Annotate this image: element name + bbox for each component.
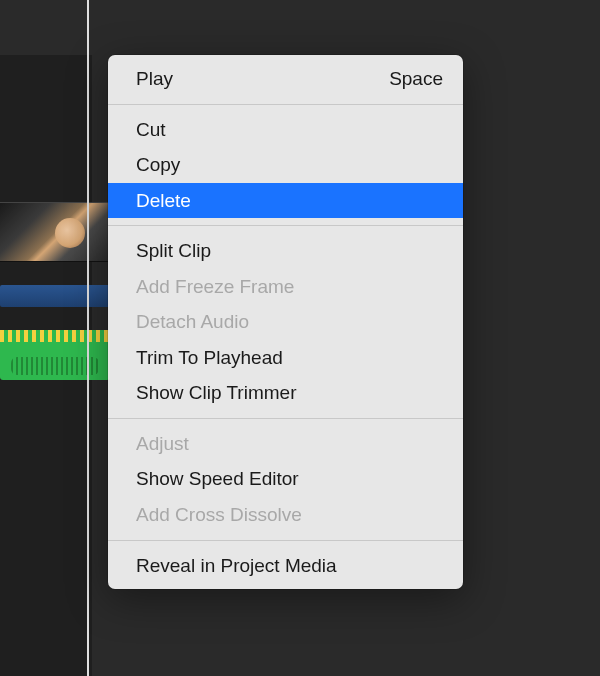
- menu-item-label: Add Cross Dissolve: [136, 501, 302, 529]
- menu-item-label: Show Speed Editor: [136, 465, 299, 493]
- menu-item-show-clip-trimmer[interactable]: Show Clip Trimmer: [108, 375, 463, 411]
- menu-item-label: Split Clip: [136, 237, 211, 265]
- menu-item-shortcut: Space: [389, 65, 443, 93]
- menu-item-adjust: Adjust: [108, 426, 463, 462]
- context-menu: Play Space Cut Copy Delete Split Clip Ad…: [108, 55, 463, 589]
- menu-item-delete[interactable]: Delete: [108, 183, 463, 219]
- menu-item-label: Trim To Playhead: [136, 344, 283, 372]
- audio-clip-ruler: [0, 330, 110, 342]
- menu-item-label: Detach Audio: [136, 308, 249, 336]
- menu-item-label: Add Freeze Frame: [136, 273, 294, 301]
- menu-item-detach-audio: Detach Audio: [108, 304, 463, 340]
- menu-separator: [108, 225, 463, 226]
- menu-item-copy[interactable]: Copy: [108, 147, 463, 183]
- menu-item-label: Delete: [136, 187, 191, 215]
- menu-item-label: Show Clip Trimmer: [136, 379, 296, 407]
- menu-item-split-clip[interactable]: Split Clip: [108, 233, 463, 269]
- menu-item-reveal-in-project-media[interactable]: Reveal in Project Media: [108, 548, 463, 584]
- audio-waveform: [11, 357, 99, 375]
- menu-item-label: Reveal in Project Media: [136, 552, 337, 580]
- menu-item-label: Copy: [136, 151, 180, 179]
- menu-item-trim-to-playhead[interactable]: Trim To Playhead: [108, 340, 463, 376]
- menu-item-show-speed-editor[interactable]: Show Speed Editor: [108, 461, 463, 497]
- menu-item-label: Cut: [136, 116, 166, 144]
- menu-item-cut[interactable]: Cut: [108, 112, 463, 148]
- menu-item-play[interactable]: Play Space: [108, 61, 463, 97]
- playhead-line[interactable]: [87, 0, 89, 676]
- menu-item-add-cross-dissolve: Add Cross Dissolve: [108, 497, 463, 533]
- menu-item-label: Adjust: [136, 430, 189, 458]
- menu-item-add-freeze-frame: Add Freeze Frame: [108, 269, 463, 305]
- menu-separator: [108, 418, 463, 419]
- menu-separator: [108, 540, 463, 541]
- video-clip-thumbnail[interactable]: [0, 202, 110, 262]
- menu-separator: [108, 104, 463, 105]
- timeline-clip-blue[interactable]: [0, 285, 110, 307]
- menu-item-label: Play: [136, 65, 173, 93]
